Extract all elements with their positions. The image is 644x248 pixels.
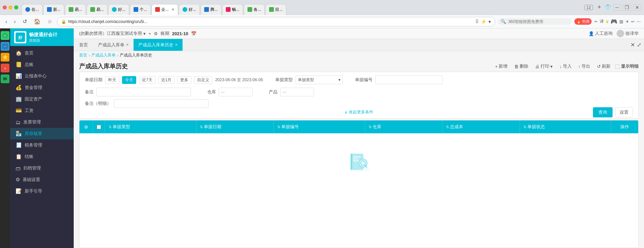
sidebar-item-asset[interactable]: 🏢 固定资产 xyxy=(10,93,74,105)
th-warehouse[interactable]: ⇅ 仓库 xyxy=(365,120,443,133)
sidebar-item-basic[interactable]: ⚙ 基础设置 xyxy=(10,174,74,185)
date-btn-more[interactable]: 更多 xyxy=(177,76,191,84)
undo-btn[interactable]: ↩ xyxy=(631,19,635,24)
account-selector[interactable]: (勿删勿禁用）江西服宝测试专用 ▾ xyxy=(79,30,146,37)
panel-close-btn[interactable]: ✕ xyxy=(630,42,635,48)
content-tab-home[interactable]: 首页 xyxy=(74,39,93,51)
translate-btn[interactable]: 译 xyxy=(600,19,604,24)
delete-btn[interactable]: 🗑 删除 xyxy=(512,62,530,70)
sidebar-item-tax[interactable]: 🧾 税务管理 xyxy=(10,139,74,151)
browser-tab-3[interactable]: 易... xyxy=(65,4,86,15)
sidebar-item-inventory[interactable]: 🏪 库存核算 xyxy=(10,128,74,139)
tab-history-close[interactable]: ✕ xyxy=(175,43,178,47)
close-btn[interactable]: ✕ xyxy=(633,4,641,11)
add-account-btn[interactable]: + xyxy=(148,31,151,36)
collapse-btn[interactable]: ∧ 收起更多条件 xyxy=(344,109,373,115)
sidebar-item-close[interactable]: 📋 结账 xyxy=(10,151,74,162)
breadcrumb-list[interactable]: 产成品入库单 xyxy=(91,52,116,58)
hot-search-badge[interactable]: 🔥 热搜 xyxy=(574,18,592,25)
browser-tab-10[interactable]: 畅... xyxy=(222,4,243,15)
app-icon-weibo[interactable]: 微 xyxy=(1,64,9,72)
browser-tab-12[interactable]: 目... xyxy=(265,4,286,15)
th-docno[interactable]: ⇅ 单据编号 xyxy=(274,120,365,133)
browser-tab-8[interactable]: 好... xyxy=(179,4,200,15)
browser-search-box[interactable]: 🔍 xyxy=(498,18,572,25)
consult-btn[interactable]: 👤 人工咨询 xyxy=(589,30,613,37)
game-btn[interactable]: 🎮 xyxy=(611,18,617,25)
currency-btn[interactable]: ¥ xyxy=(606,19,609,24)
more-btn[interactable]: ⋯ xyxy=(637,19,641,24)
doctype-dropdown[interactable]: 单据类型 ▾ xyxy=(295,75,343,84)
shirt-icon[interactable]: 👕 xyxy=(604,4,611,11)
app-icon-mail[interactable]: ✉ xyxy=(1,74,9,83)
print-btn[interactable]: 🖨 打印 ▾ xyxy=(533,62,555,70)
extensions-icon[interactable]: ⠿ xyxy=(475,19,479,24)
app-icon-blue[interactable]: + xyxy=(1,42,9,51)
tab-doclist-close[interactable]: ✕ xyxy=(126,43,129,47)
sidebar-item-invoice[interactable]: 🗂 发票管理 xyxy=(10,116,74,128)
refresh-btn[interactable]: ↺ xyxy=(21,17,29,26)
grid-btn[interactable]: ⊞ xyxy=(619,19,623,24)
th-date[interactable]: ⇅ 单据日期 xyxy=(196,120,274,133)
calendar-icon[interactable]: 📅 xyxy=(191,31,196,36)
remarks-input[interactable] xyxy=(96,88,191,96)
th-settings[interactable]: ⚙ xyxy=(79,120,93,133)
app-icon-changjie[interactable]: C xyxy=(1,31,9,40)
account-settings-icon[interactable]: ⚙ xyxy=(154,31,158,36)
tab-count-badge[interactable]: 12 xyxy=(585,5,593,10)
export-btn[interactable]: ↑ 导出 xyxy=(576,62,593,70)
minimize-btn[interactable]: ─ xyxy=(613,4,621,11)
th-doctype[interactable]: ⇅ 单据类型 xyxy=(105,120,196,133)
date-btn-7days[interactable]: 近7天 xyxy=(139,76,156,84)
warehouse-dropdown[interactable]: ··· xyxy=(219,88,253,96)
panel-expand-btn[interactable]: ⤢ xyxy=(637,42,641,48)
filter-settings-btn[interactable]: 设置 xyxy=(615,107,633,117)
url-input[interactable]: https://cloud.chanjet.com/accounting/uru… xyxy=(68,19,473,24)
browser-tab-1[interactable]: 在... xyxy=(22,4,43,15)
bookmark-btn[interactable]: ☆ xyxy=(45,17,54,26)
docno-input[interactable] xyxy=(375,75,443,84)
new-btn[interactable]: + 新增 xyxy=(493,62,509,70)
product-dropdown[interactable]: ··· xyxy=(280,88,314,96)
show-columns-checkbox[interactable] xyxy=(615,64,620,69)
new-tab-btn[interactable]: + xyxy=(596,3,603,12)
th-status[interactable]: ⇅ 单据状态 xyxy=(520,120,611,133)
close-window-btn[interactable] xyxy=(3,5,7,9)
content-tab-history[interactable]: 产成品入库单历史 ✕ xyxy=(134,39,183,51)
lightning-icon[interactable]: ⚡ xyxy=(481,19,486,24)
th-check[interactable] xyxy=(93,120,105,133)
back-btn[interactable]: ‹ xyxy=(3,17,9,26)
date-btn-today[interactable]: 今天 xyxy=(122,76,136,84)
query-btn[interactable]: 查询 xyxy=(593,107,613,117)
app-icon-star[interactable]: ⭐ xyxy=(1,53,9,62)
import-btn[interactable]: ↓ 导入 xyxy=(557,62,574,70)
date-btn-yesterday[interactable]: 昨天 xyxy=(105,76,119,84)
sidebar-item-payroll[interactable]: 💳 工资 xyxy=(10,105,74,116)
minimize-window-btn[interactable] xyxy=(8,5,13,9)
sidebar-item-fund[interactable]: 💰 资金管理 xyxy=(10,82,74,93)
sidebar-item-ledger[interactable]: 📒 总账 xyxy=(10,59,74,70)
breadcrumb-home[interactable]: 首页 xyxy=(79,52,87,58)
home-btn[interactable]: 🏠 xyxy=(32,17,43,26)
sidebar-item-home[interactable]: 🏠 首页 xyxy=(10,47,74,59)
scissors-icon[interactable]: ✂ xyxy=(594,19,598,24)
date-btn-custom[interactable]: 自定义 xyxy=(194,76,212,84)
restore-btn[interactable]: ❐ xyxy=(623,4,631,11)
browser-tab-5[interactable]: 好... xyxy=(108,4,129,15)
browser-tab-11[interactable]: 各... xyxy=(244,4,265,15)
th-cost[interactable]: ⇅ 总成本 xyxy=(443,120,520,133)
refresh-action-btn[interactable]: ↺ 刷新 xyxy=(595,62,613,70)
address-bar[interactable]: 🔒 https://cloud.chanjet.com/accounting/u… xyxy=(57,17,495,26)
browser-tab-6[interactable]: 个... xyxy=(130,4,151,15)
sidebar-item-report[interactable]: 📊 云报表中心 xyxy=(10,70,74,82)
tab-close-7[interactable]: ✕ xyxy=(171,7,174,12)
search-input[interactable] xyxy=(508,19,569,24)
forward-btn[interactable]: › xyxy=(12,17,18,26)
browser-tab-9[interactable]: 腾... xyxy=(200,4,221,15)
content-tab-doclist[interactable]: 产成品入库单 ✕ xyxy=(93,39,134,51)
date-btn-1month[interactable]: 近1月 xyxy=(158,76,175,84)
select-all-checkbox[interactable] xyxy=(97,125,101,129)
remarks-detail-input[interactable] xyxy=(114,99,209,108)
maximize-window-btn[interactable] xyxy=(14,5,18,9)
browser-tab-4[interactable]: 易... xyxy=(87,4,108,15)
